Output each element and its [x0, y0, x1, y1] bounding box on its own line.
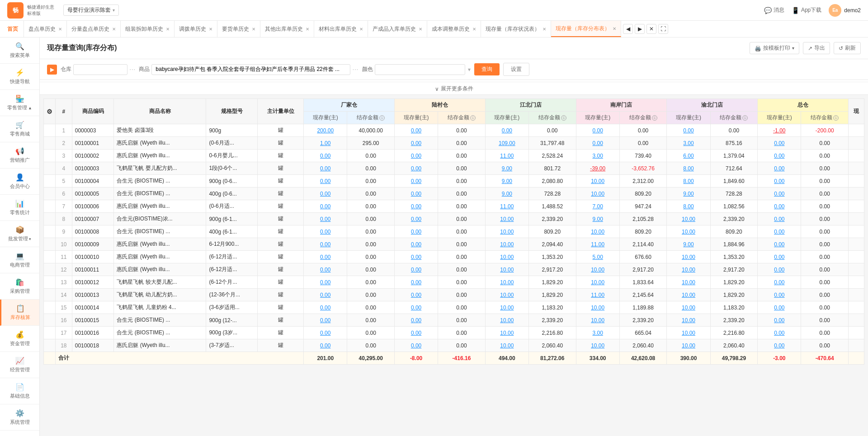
sidebar-item-system[interactable]: ⚙️ 系统管理	[0, 404, 39, 431]
sidebar-item-inventory[interactable]: 📋 库存核算	[0, 300, 39, 326]
tab-nav-left[interactable]: ◀	[623, 24, 633, 34]
product-input[interactable]	[151, 64, 350, 75]
table-cell[interactable]: 0.00	[758, 327, 801, 339]
table-cell[interactable]: 10.00	[667, 251, 710, 263]
sidebar-item-wholesale[interactable]: 📦 批发管理 ▾	[0, 221, 39, 247]
tab-finished-in[interactable]: 产成品入库单历史 ✕	[368, 21, 427, 37]
table-cell[interactable]: 8.00	[667, 162, 710, 175]
table-cell[interactable]: 0.00	[394, 251, 438, 263]
search-button[interactable]: 查询	[474, 63, 500, 75]
tab-close-icon[interactable]: ✕	[252, 27, 255, 32]
table-cell[interactable]: 9.00	[485, 162, 528, 175]
table-cell[interactable]: 0.00	[758, 188, 801, 200]
table-cell[interactable]: 10.00	[667, 276, 710, 289]
table-cell[interactable]: 11.00	[576, 289, 619, 301]
export-button[interactable]: ↗ 导出	[803, 42, 830, 54]
table-cell[interactable]: 3.00	[576, 150, 619, 162]
info-icon[interactable]: ①	[742, 115, 748, 121]
settings-th[interactable]: ⚙	[44, 99, 56, 124]
sidebar-item-purchase[interactable]: 🛍️ 采购管理	[0, 273, 39, 300]
filter-toggle[interactable]: ▶	[47, 65, 57, 75]
table-cell[interactable]: 0.00	[758, 175, 801, 188]
table-cell[interactable]: 10.00	[576, 188, 619, 200]
table-cell[interactable]: 0.00	[394, 213, 438, 225]
tab-close-icon[interactable]: ✕	[613, 26, 616, 31]
sidebar-item-operations[interactable]: 📈 经营管理	[0, 352, 39, 378]
sidebar-item-retail-stats[interactable]: 📊 零售统计	[0, 195, 39, 221]
table-cell[interactable]: 10.00	[667, 263, 710, 276]
table-cell[interactable]: 9.00	[576, 213, 619, 225]
sidebar-item-member[interactable]: 👤 会员中心	[0, 169, 39, 195]
tab-close-all[interactable]: ✕	[646, 24, 656, 34]
tab-stock-dist[interactable]: 现存量（库存分布表） ✕	[551, 21, 621, 37]
table-cell[interactable]: 11.00	[576, 238, 619, 251]
print-button[interactable]: 🖨️ 按模板打印 ▾	[750, 42, 799, 54]
table-cell[interactable]: 0.00	[394, 238, 438, 251]
table-cell[interactable]: 0.00	[304, 289, 347, 301]
tab-close-icon[interactable]: ✕	[542, 27, 546, 32]
table-cell[interactable]: 7.00	[576, 200, 619, 213]
table-cell[interactable]: 6.00	[667, 150, 710, 162]
table-cell[interactable]: 0.00	[394, 289, 438, 301]
table-cell[interactable]: 5.00	[576, 251, 619, 263]
tab-close-icon[interactable]: ✕	[209, 27, 212, 32]
table-cell[interactable]: 0.00	[394, 327, 438, 339]
table-cell[interactable]: 0.00	[394, 200, 438, 213]
table-cell[interactable]: 10.00	[576, 301, 619, 314]
table-cell[interactable]: 0.00	[394, 263, 438, 276]
table-cell[interactable]: 0.00	[304, 150, 347, 162]
color-input[interactable]	[375, 64, 465, 75]
table-cell[interactable]: -1.00	[758, 124, 801, 137]
table-cell[interactable]: 0.00	[304, 276, 347, 289]
tab-home[interactable]: 首页	[2, 21, 24, 37]
table-cell[interactable]: 10.00	[576, 175, 619, 188]
table-cell[interactable]: 10.00	[667, 213, 710, 225]
table-cell[interactable]: 0.00	[304, 188, 347, 200]
table-cell[interactable]: 9.00	[485, 175, 528, 188]
table-cell[interactable]: 0.00	[758, 314, 801, 327]
table-cell[interactable]: 10.00	[485, 238, 528, 251]
info-icon[interactable]: ①	[470, 115, 476, 121]
table-cell[interactable]: 0.00	[576, 137, 619, 150]
table-cell[interactable]: 0.00	[394, 162, 438, 175]
tab-close-icon[interactable]: ✕	[58, 27, 62, 32]
table-cell[interactable]: 9.00	[667, 238, 710, 251]
table-cell[interactable]: 9.00	[485, 188, 528, 200]
table-cell[interactable]: 0.00	[304, 327, 347, 339]
table-cell[interactable]: 10.00	[485, 225, 528, 238]
table-cell[interactable]: 10.00	[667, 339, 710, 352]
table-cell[interactable]: 0.00	[758, 289, 801, 301]
tab-close-icon[interactable]: ✕	[359, 27, 363, 32]
table-cell[interactable]: 10.00	[576, 339, 619, 352]
tab-close-icon[interactable]: ✕	[419, 27, 422, 32]
info-icon[interactable]: ①	[561, 115, 566, 121]
table-cell[interactable]: 10.00	[485, 276, 528, 289]
sidebar-item-shortcut[interactable]: ⚡ 快捷导航	[0, 64, 39, 90]
table-cell[interactable]: 0.00	[758, 200, 801, 213]
table-cell[interactable]: 200.00	[304, 124, 347, 137]
tab-close-icon[interactable]: ✕	[112, 27, 116, 32]
table-cell[interactable]: 10.00	[667, 327, 710, 339]
table-cell[interactable]: 10.00	[485, 339, 528, 352]
table-cell[interactable]: 0.00	[394, 150, 438, 162]
table-cell[interactable]: 0.00	[304, 251, 347, 263]
sidebar-item-ecommerce[interactable]: 💻 电商管理	[0, 247, 39, 273]
table-cell[interactable]: 0.00	[304, 200, 347, 213]
tab-requisition[interactable]: 要货单历史 ✕	[217, 21, 260, 37]
table-cell[interactable]: 10.00	[576, 263, 619, 276]
table-cell[interactable]: 0.00	[394, 301, 438, 314]
table-cell[interactable]: 10.00	[485, 263, 528, 276]
sidebar-item-finance[interactable]: 💰 资金管理	[0, 326, 39, 352]
info-icon[interactable]: ①	[652, 115, 657, 121]
table-cell[interactable]: 0.00	[576, 124, 619, 137]
table-cell[interactable]: 0.00	[485, 124, 528, 137]
tab-cost-adjust[interactable]: 成本调整单历史 ✕	[427, 21, 481, 37]
table-cell[interactable]: 0.00	[304, 301, 347, 314]
tab-expand[interactable]: ⛶	[658, 24, 668, 34]
table-cell[interactable]: 10.00	[576, 314, 619, 327]
table-cell[interactable]: 8.00	[667, 200, 710, 213]
sidebar-item-basic[interactable]: 📄 基础信息	[0, 378, 39, 404]
table-cell[interactable]: 0.00	[304, 213, 347, 225]
table-cell[interactable]: 11.00	[485, 150, 528, 162]
table-cell[interactable]: 0.00	[758, 162, 801, 175]
